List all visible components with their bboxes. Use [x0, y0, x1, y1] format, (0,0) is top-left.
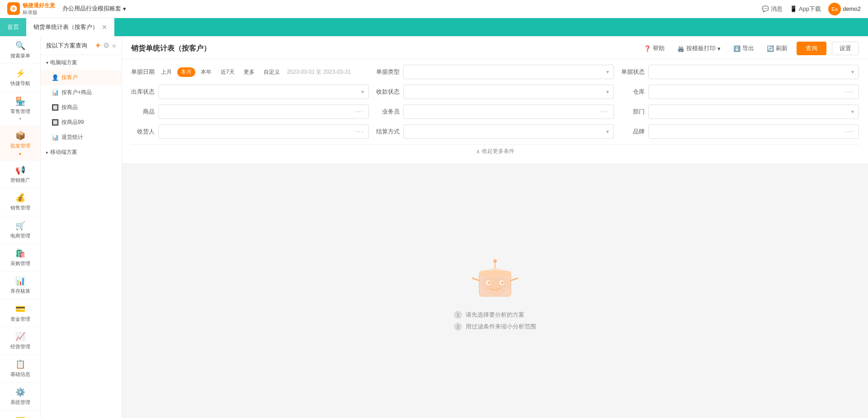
- sidebar-item-finance[interactable]: 💳 资金管理: [0, 299, 40, 327]
- tip-text-2: 用过滤条件来缩小分析范围: [466, 323, 536, 331]
- collapse-filter-button[interactable]: ∧ 收起更多条件: [131, 144, 859, 158]
- tab-close-icon[interactable]: ✕: [102, 24, 107, 31]
- mobile-group-arrow: ▸: [46, 150, 48, 155]
- help-button[interactable]: ❓ 帮助: [640, 43, 668, 54]
- settings-scheme-button[interactable]: ⚙: [103, 41, 109, 50]
- salesperson-filter: 业务员 ···: [376, 104, 614, 119]
- sidebar-item-quick-nav[interactable]: ⚡ 快捷导航: [0, 64, 40, 91]
- department-label: 部门: [621, 108, 645, 116]
- sidebar-finance-label: 资金管理: [10, 316, 30, 322]
- by-product-icon: 🔲: [52, 104, 59, 111]
- settings-button[interactable]: 设置: [832, 42, 859, 55]
- refresh-button[interactable]: 🔄 刷新: [763, 43, 791, 54]
- collapse-scheme-button[interactable]: «: [112, 42, 116, 50]
- query-button[interactable]: 查询: [797, 42, 826, 55]
- product-control[interactable]: ···: [158, 104, 369, 119]
- warehouse-filter: 仓库 ···: [621, 85, 859, 99]
- message-label: 消息: [771, 5, 783, 13]
- sidebar-item-marketing[interactable]: 📢 营销推广: [0, 161, 40, 188]
- salesperson-dots-icon: ···: [600, 108, 609, 116]
- main-layout: 🔍 搜索菜单 ⚡ 快捷导航 🏪 零售管理 ▾ 📦 批发管理 ▴ 📢 营销推广 💰…: [0, 36, 868, 418]
- date-tab-current-month[interactable]: 本月: [177, 67, 195, 77]
- mobile-group-label: 移动端方案: [50, 148, 77, 156]
- desktop-scheme-group: ▾ 电脑端方案 👤 按客户 📊 按客户+商品 🔲 按商品 🔲 按商品: [41, 55, 122, 145]
- sidebar-item-retail[interactable]: 🏪 零售管理 ▾: [0, 92, 40, 126]
- scheme-panel-title: 按以下方案查询: [46, 42, 87, 50]
- inventory-icon: 📊: [15, 276, 25, 286]
- sidebar-retail-label: 零售管理: [10, 108, 30, 114]
- scheme-item-by-customer[interactable]: 👤 按客户: [41, 70, 122, 85]
- sidebar-item-inventory[interactable]: 📊 库存核算: [0, 271, 40, 299]
- date-tab-last-month[interactable]: 上月: [157, 67, 175, 77]
- sidebar-item-purchase[interactable]: 🛍️ 采购管理: [0, 244, 40, 271]
- search-icon: 🔍: [15, 41, 25, 51]
- header-right: 💬 消息 📱 App下载 Ea demo2: [762, 3, 861, 15]
- app-download-button[interactable]: 📱 App下载: [790, 5, 821, 13]
- consignee-control[interactable]: ···: [158, 124, 369, 139]
- sidebar-search-label: 搜索菜单: [10, 52, 30, 59]
- delivery-status-caret-icon: ▾: [361, 89, 364, 95]
- order-status-label: 单据状态: [621, 68, 645, 76]
- order-type-filter: 单据类型 ▾: [376, 65, 614, 79]
- sidebar-purchase-label: 采购管理: [10, 260, 30, 266]
- scheme-item-by-customer-label: 按客户: [61, 74, 78, 81]
- scheme-item-by-product[interactable]: 🔲 按商品: [41, 100, 122, 115]
- date-filter: 单据日期 上月 本月 本年 近7天 更多 自定义 2023-03-01 至 20…: [131, 67, 369, 77]
- enterprise-icon: 🤝: [15, 415, 25, 418]
- empty-tip-1: 1 请先选择要分析的方案: [454, 311, 536, 319]
- date-tab-current-year[interactable]: 本年: [197, 67, 215, 77]
- payment-status-control[interactable]: ▾: [403, 85, 614, 99]
- warehouse-control[interactable]: ···: [648, 85, 859, 99]
- quick-nav-icon: ⚡: [15, 68, 25, 78]
- industry-selector[interactable]: 办公用品行业模拟账套 ▾: [59, 3, 130, 14]
- delivery-status-control[interactable]: ▾: [158, 85, 369, 99]
- order-type-control[interactable]: ▾: [403, 65, 614, 79]
- delivery-status-filter: 出库状态 ▾: [131, 85, 369, 99]
- operation-icon: 📈: [15, 332, 25, 342]
- tab-home[interactable]: 首页: [0, 18, 26, 36]
- message-button[interactable]: 💬 消息: [762, 5, 783, 13]
- date-range-display: 2023-03-01 至 2023-03-31: [287, 68, 351, 76]
- sidebar-item-enterprise[interactable]: 🤝 企业协同: [0, 410, 40, 418]
- scheme-item-return-stat[interactable]: 📊 退货统计: [41, 130, 122, 145]
- sidebar-item-wholesale[interactable]: 📦 批发管理 ▴: [0, 126, 40, 161]
- logo-icon: [7, 2, 20, 15]
- app-download-icon: 📱: [790, 5, 797, 12]
- order-status-control[interactable]: ▾: [648, 65, 859, 79]
- scheme-item-return-stat-label: 退货统计: [61, 133, 83, 141]
- sidebar-marketing-label: 营销推广: [10, 177, 30, 183]
- settlement-control[interactable]: ▾: [403, 124, 614, 139]
- mobile-scheme-group-header[interactable]: ▸ 移动端方案: [41, 145, 122, 160]
- sidebar-item-ecommerce[interactable]: 🛒 电商管理: [0, 216, 40, 244]
- date-tab-last-7[interactable]: 近7天: [217, 67, 238, 77]
- department-control[interactable]: ▾: [648, 104, 859, 119]
- sidebar-item-search[interactable]: 🔍 搜索菜单: [0, 36, 40, 64]
- user-profile[interactable]: Ea demo2: [828, 3, 861, 15]
- order-status-filter: 单据状态 ▾: [621, 65, 859, 79]
- tab-sales-stat[interactable]: 销货单统计表（按客户） ✕: [26, 18, 114, 36]
- order-status-caret-icon: ▾: [851, 69, 854, 75]
- user-name: demo2: [843, 5, 861, 12]
- scheme-item-by-product-99[interactable]: 🔲 按商品99: [41, 115, 122, 130]
- sidebar-item-basic[interactable]: 📋 基础信息: [0, 355, 40, 382]
- brand-control[interactable]: ···: [648, 124, 859, 139]
- filter-row-1: 单据日期 上月 本月 本年 近7天 更多 自定义 2023-03-01 至 20…: [131, 65, 859, 79]
- user-avatar: Ea: [828, 3, 841, 15]
- empty-tip-2: 2 用过滤条件来缩小分析范围: [454, 323, 536, 331]
- template-print-button[interactable]: 🖨️ 按模板打印 ▾: [674, 43, 724, 54]
- avatar-text: Ea: [832, 6, 838, 12]
- consignee-filter: 收货人 ···: [131, 124, 369, 139]
- date-tab-custom[interactable]: 自定义: [260, 67, 283, 77]
- desktop-scheme-group-header[interactable]: ▾ 电脑端方案: [41, 55, 122, 70]
- add-scheme-button[interactable]: +: [96, 41, 101, 50]
- sidebar-item-sales[interactable]: 💰 销售管理: [0, 188, 40, 216]
- sidebar-item-operation[interactable]: 📈 经营管理: [0, 327, 40, 355]
- sidebar-item-system[interactable]: ⚙️ 系统管理: [0, 383, 40, 410]
- page-header: 销货单统计表（按客户） ❓ 帮助 🖨️ 按模板打印 ▾ ⬇️ 导出: [122, 36, 868, 59]
- date-tab-more[interactable]: 更多: [240, 67, 258, 77]
- salesperson-control[interactable]: ···: [403, 104, 614, 119]
- date-label: 单据日期: [131, 68, 155, 76]
- scheme-item-by-customer-product[interactable]: 📊 按客户+商品: [41, 85, 122, 100]
- export-button[interactable]: ⬇️ 导出: [730, 43, 758, 54]
- message-icon: 💬: [762, 5, 769, 12]
